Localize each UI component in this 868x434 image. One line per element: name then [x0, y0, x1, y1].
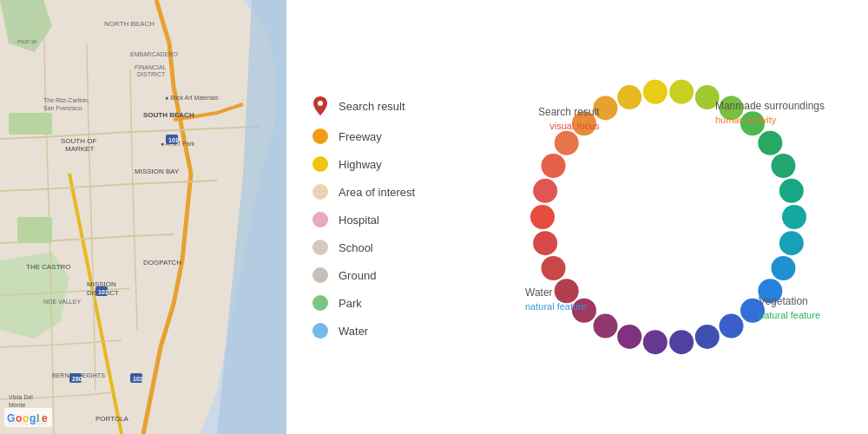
color-wheel-container: Search result visual focus Manmade surro… — [512, 61, 825, 373]
legend-item-freeway: Freeway — [312, 128, 451, 144]
svg-text:San Francisco: San Francisco — [43, 105, 82, 111]
svg-text:EMBARCADERO: EMBARCADERO — [130, 51, 178, 57]
legend-dot-icon — [312, 323, 328, 339]
svg-text:NORTH BEACH: NORTH BEACH — [104, 20, 155, 28]
svg-point-75 — [533, 231, 557, 255]
legend-item-ground: Ground — [312, 267, 451, 283]
svg-point-63 — [771, 256, 795, 280]
svg-point-61 — [782, 205, 806, 229]
svg-text:DISTRICT: DISTRICT — [137, 71, 166, 77]
svg-point-53 — [643, 80, 667, 104]
svg-text:e: e — [42, 412, 48, 424]
svg-text:THE CASTRO: THE CASTRO — [26, 263, 71, 271]
svg-text:● Blick Art Materials: ● Blick Art Materials — [165, 95, 219, 101]
map-svg: NORTH BEACH PIER 39 EMBARCADERO FINANCIA… — [0, 0, 286, 434]
svg-point-74 — [542, 256, 566, 280]
legend-item-area-of-interest: Area of interest — [312, 184, 451, 200]
legend-item-label: Ground — [339, 269, 376, 282]
legend-panel: Search resultFreewayHighwayArea of inter… — [312, 95, 451, 339]
svg-point-47 — [533, 179, 557, 203]
svg-point-46 — [530, 205, 555, 229]
svg-text:101: 101 — [168, 137, 179, 143]
svg-point-45 — [318, 101, 323, 106]
wheel-section: Search result visual focus Manmade surro… — [477, 61, 859, 373]
svg-point-67 — [695, 325, 720, 349]
legend-dot-icon — [312, 156, 328, 172]
svg-text:o: o — [23, 412, 29, 424]
svg-point-69 — [643, 330, 667, 354]
svg-text:101: 101 — [98, 289, 108, 295]
legend-item-label: Hospital — [339, 214, 379, 227]
svg-text:NOE VALLEY: NOE VALLEY — [43, 299, 81, 305]
svg-point-60 — [779, 179, 804, 203]
legend-item-label: Search result — [339, 100, 405, 113]
svg-point-70 — [617, 325, 641, 349]
svg-point-54 — [669, 80, 694, 104]
svg-point-58 — [758, 131, 782, 155]
svg-text:G: G — [7, 412, 15, 424]
svg-point-71 — [594, 314, 618, 339]
wheel-label-search-result: Search result visual focus — [538, 106, 600, 132]
svg-rect-5 — [9, 113, 52, 135]
legend-dot-icon — [312, 212, 328, 227]
svg-text:Monte: Monte — [9, 402, 26, 408]
legend-item-park: Park — [312, 295, 451, 311]
svg-point-48 — [542, 154, 566, 178]
svg-text:o: o — [16, 412, 22, 424]
svg-point-59 — [771, 154, 795, 178]
svg-point-49 — [555, 131, 579, 155]
svg-text:101: 101 — [133, 376, 143, 382]
wheel-label-manmade: Manmade surroundings human activity — [715, 100, 825, 126]
pin-icon — [312, 95, 328, 116]
legend-item-label: Highway — [339, 158, 382, 171]
svg-rect-6 — [17, 217, 52, 243]
legend-dot-icon — [312, 184, 328, 200]
legend-item-school: School — [312, 240, 451, 255]
svg-text:The Ritz-Carlton,: The Ritz-Carlton, — [43, 97, 89, 103]
svg-text:DOGPATCH: DOGPATCH — [143, 259, 181, 266]
map-panel: NORTH BEACH PIER 39 EMBARCADERO FINANCIA… — [0, 0, 286, 434]
svg-text:Vista Del: Vista Del — [9, 394, 33, 400]
svg-text:FINANCIAL: FINANCIAL — [135, 64, 167, 70]
svg-text:l: l — [36, 412, 39, 424]
legend-item-water: Water — [312, 323, 451, 339]
svg-text:MISSION BAY: MISSION BAY — [135, 168, 180, 175]
svg-point-52 — [617, 85, 641, 109]
wheel-label-vegetation: Vegetation natural feature — [759, 295, 820, 321]
svg-text:PORTOLA: PORTOLA — [95, 415, 129, 423]
svg-text:SOUTH OF: SOUTH OF — [61, 137, 96, 145]
legend-dot-icon — [312, 240, 328, 255]
legend-item-search-result: Search result — [312, 95, 451, 116]
legend-dot-icon — [312, 128, 328, 144]
legend-dot-icon — [312, 295, 328, 311]
legend-dot-icon — [312, 267, 328, 283]
svg-point-66 — [720, 314, 744, 339]
legend-item-label: Freeway — [339, 130, 382, 143]
svg-text:PIER 39: PIER 39 — [17, 39, 37, 44]
wheel-label-water: Water natural feature — [525, 286, 587, 312]
legend-item-label: Area of interest — [339, 186, 415, 199]
svg-point-68 — [669, 330, 694, 354]
svg-text:SOUTH BEACH: SOUTH BEACH — [143, 111, 194, 119]
svg-text:280: 280 — [72, 376, 82, 382]
svg-text:MARKET: MARKET — [65, 145, 94, 153]
svg-point-62 — [779, 231, 804, 255]
legend-item-label: School — [339, 241, 373, 254]
legend-item-label: Water — [339, 325, 368, 338]
legend-item-highway: Highway — [312, 156, 451, 172]
legend-item-hospital: Hospital — [312, 212, 451, 227]
svg-text:g: g — [30, 412, 36, 424]
right-panel: Search resultFreewayHighwayArea of inter… — [286, 0, 868, 434]
legend-item-label: Park — [339, 297, 362, 310]
